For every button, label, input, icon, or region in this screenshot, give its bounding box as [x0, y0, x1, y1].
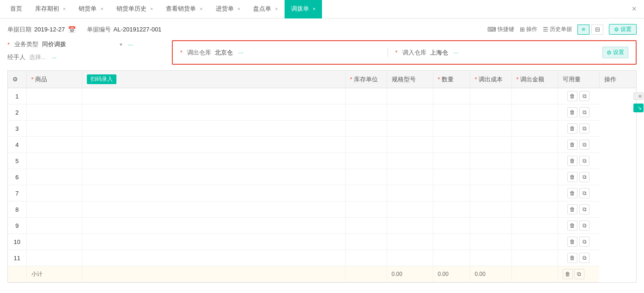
row-2-unit[interactable]	[82, 104, 345, 121]
transfer-out-value[interactable]: 北京仓	[215, 49, 233, 57]
row-11-amount[interactable]	[470, 250, 511, 266]
row-3-unit[interactable]	[82, 121, 345, 137]
row-4-spec[interactable]	[345, 137, 387, 153]
transfer-in-value[interactable]: 上海仓	[430, 49, 448, 57]
row-8-cost[interactable]	[433, 201, 470, 218]
row-4-available[interactable]	[511, 137, 558, 153]
row-6-delete-btn[interactable]: 🗑	[567, 172, 577, 182]
row-3-copy-btn[interactable]: ⧉	[579, 123, 589, 134]
tab-sales-order[interactable]: 销货单 ×	[72, 0, 109, 18]
list-view-btn[interactable]: ≡	[577, 24, 589, 35]
row-10-available[interactable]	[511, 234, 558, 250]
row-7-delete-btn[interactable]: 🗑	[567, 188, 577, 198]
row-9-cost[interactable]	[433, 218, 470, 234]
row-11-cost[interactable]	[433, 250, 470, 266]
tab-inventory-check[interactable]: 盘点单 ×	[247, 0, 284, 18]
row-1-delete-btn[interactable]: 🗑	[567, 91, 577, 101]
business-type-dropdown-icon[interactable]: ▾	[120, 42, 122, 48]
doc-no-value[interactable]: AL-20191227-001	[114, 26, 162, 33]
row-7-spec[interactable]	[345, 185, 387, 201]
row-5-unit[interactable]	[82, 153, 345, 169]
row-8-unit[interactable]	[82, 201, 345, 218]
row-6-unit[interactable]	[82, 169, 345, 185]
row-9-amount[interactable]	[470, 218, 511, 234]
row-6-available[interactable]	[511, 169, 558, 185]
row-7-unit[interactable]	[82, 185, 345, 201]
row-7-available[interactable]	[511, 185, 558, 201]
row-3-spec[interactable]	[345, 121, 387, 137]
row-8-spec[interactable]	[345, 201, 387, 218]
handler-more-btn[interactable]: ···	[52, 54, 57, 61]
row-10-amount[interactable]	[470, 234, 511, 250]
row-3-available[interactable]	[511, 121, 558, 137]
tab-inventory-check-close[interactable]: ×	[275, 6, 278, 12]
row-5-spec[interactable]	[345, 153, 387, 169]
tab-transfer[interactable]: 调拨单 ×	[285, 0, 322, 18]
row-11-delete-btn[interactable]: 🗑	[567, 253, 577, 263]
calendar-icon[interactable]: 📅	[68, 26, 76, 33]
row-9-product[interactable]	[26, 218, 82, 234]
row-11-copy-btn[interactable]: ⧉	[579, 253, 589, 263]
row-10-qty[interactable]	[387, 234, 433, 250]
business-type-more-btn[interactable]: ···	[128, 41, 133, 48]
row-8-delete-btn[interactable]: 🗑	[567, 204, 577, 214]
sidebar-expand-btn[interactable]: ↗	[633, 104, 644, 112]
row-7-cost[interactable]	[433, 185, 470, 201]
row-6-copy-btn[interactable]: ⧉	[579, 172, 589, 182]
row-2-amount[interactable]	[470, 104, 511, 121]
settings-btn[interactable]: ⚙ 设置	[609, 24, 637, 35]
tab-purchase-order-close[interactable]: ×	[237, 6, 240, 12]
tab-view-sales[interactable]: 查看销货单 ×	[159, 0, 209, 18]
row-2-product[interactable]	[26, 104, 82, 121]
grid-view-btn[interactable]: ⊟	[591, 24, 603, 35]
row-6-product[interactable]	[26, 169, 82, 185]
row-7-copy-btn[interactable]: ⧉	[579, 188, 589, 198]
row-10-product[interactable]	[26, 234, 82, 250]
row-1-cost[interactable]	[433, 88, 470, 104]
row-9-delete-btn[interactable]: 🗑	[567, 220, 577, 231]
row-4-copy-btn[interactable]: ⧉	[579, 140, 589, 150]
row-8-available[interactable]	[511, 201, 558, 218]
row-3-amount[interactable]	[470, 121, 511, 137]
tab-home[interactable]: 首页	[4, 0, 29, 18]
row-4-delete-btn[interactable]: 🗑	[567, 140, 577, 150]
row-11-qty[interactable]	[387, 250, 433, 266]
row-11-available[interactable]	[511, 250, 558, 266]
row-4-unit[interactable]	[82, 137, 345, 153]
row-2-copy-btn[interactable]: ⧉	[579, 107, 589, 117]
transfer-out-more-btn[interactable]: ···	[238, 49, 243, 56]
warehouse-settings-btn[interactable]: ⚙ 设置	[602, 47, 628, 58]
row-4-cost[interactable]	[433, 137, 470, 153]
shortcuts-button[interactable]: ⌨ 快捷键	[487, 25, 514, 33]
row-6-qty[interactable]	[387, 169, 433, 185]
row-11-product[interactable]	[26, 250, 82, 266]
tab-sales-history-close[interactable]: ×	[150, 6, 153, 12]
row-3-product[interactable]	[26, 121, 82, 137]
row-7-qty[interactable]	[387, 185, 433, 201]
row-6-cost[interactable]	[433, 169, 470, 185]
subtotal-delete-btn[interactable]: 🗑	[563, 269, 573, 279]
tab-view-sales-close[interactable]: ×	[200, 6, 202, 12]
row-5-delete-btn[interactable]: 🗑	[567, 156, 577, 166]
row-2-spec[interactable]	[345, 104, 387, 121]
row-2-delete-btn[interactable]: 🗑	[567, 107, 577, 117]
tab-inventory-init[interactable]: 库存期初 ×	[29, 0, 72, 18]
row-5-amount[interactable]	[470, 153, 511, 169]
row-4-amount[interactable]	[470, 137, 511, 153]
row-11-spec[interactable]	[345, 250, 387, 266]
row-8-qty[interactable]	[387, 201, 433, 218]
scan-entry-btn[interactable]: 扫码录入	[87, 74, 116, 84]
row-3-cost[interactable]	[433, 121, 470, 137]
row-4-qty[interactable]	[387, 137, 433, 153]
tab-transfer-close[interactable]: ×	[313, 6, 316, 12]
row-9-spec[interactable]	[345, 218, 387, 234]
table-settings-icon[interactable]: ⚙	[12, 76, 18, 83]
row-9-copy-btn[interactable]: ⧉	[579, 220, 589, 231]
business-type-select[interactable]: 同价调拨	[42, 40, 116, 49]
row-2-cost[interactable]	[433, 104, 470, 121]
row-8-amount[interactable]	[470, 201, 511, 218]
row-1-unit[interactable]	[82, 88, 345, 104]
row-5-qty[interactable]	[387, 153, 433, 169]
row-1-qty[interactable]	[387, 88, 433, 104]
tab-purchase-order[interactable]: 进货单 ×	[209, 0, 247, 18]
